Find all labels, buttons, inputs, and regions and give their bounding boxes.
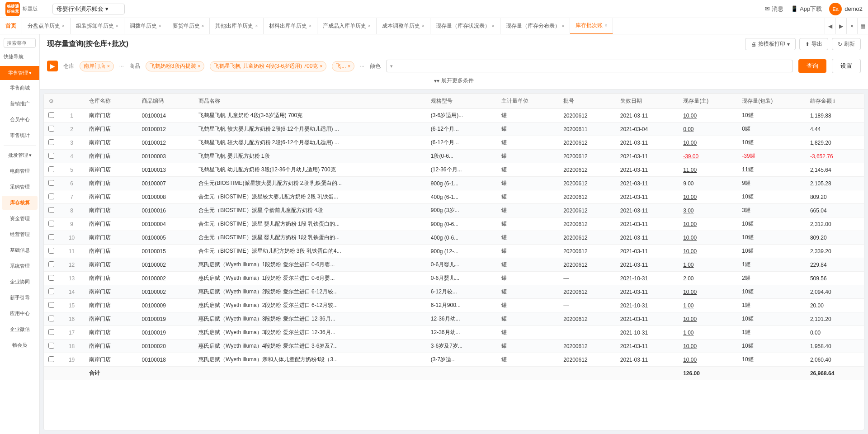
row-stock-main[interactable]: 10.00 [679,109,737,123]
sidebar-item-finance[interactable]: 资金管理 [2,212,38,226]
row-stock-main[interactable]: 1.00 [679,326,737,340]
row-stock-main[interactable]: 9.00 [679,177,737,190]
goods-filter-tag1[interactable]: 飞鹤奶粉3段丙提装 × [146,61,205,71]
row-checkbox-cell[interactable] [44,217,59,231]
sidebar-item-system[interactable]: 系统管理 [2,259,38,273]
row-checkbox[interactable] [48,166,54,172]
nav-prev-button[interactable]: ◀ [825,18,835,34]
row-checkbox[interactable] [48,180,54,186]
remove-goods-tag2-icon[interactable]: × [320,64,322,69]
close-icon[interactable]: × [604,23,607,28]
row-checkbox[interactable] [48,288,54,294]
row-stock-main[interactable]: 11.00 [679,163,737,177]
row-checkbox[interactable] [48,234,54,240]
row-checkbox-cell[interactable] [44,190,59,204]
query-button[interactable]: 查询 [798,59,826,73]
goods-filter-tag3[interactable]: 飞... × [332,61,354,71]
row-checkbox-cell[interactable] [44,353,59,367]
remove-goods-tag3-icon[interactable]: × [348,64,350,69]
row-stock-main[interactable]: -39.00 [679,150,737,163]
message-button[interactable]: ✉ 消息 [765,5,783,13]
tab-fenpandian[interactable]: 分盘点单历史 × [22,18,71,34]
tab-qitachuku[interactable]: 其他出库单历史 × [210,18,264,34]
remove-warehouse-tag-icon[interactable]: × [107,64,110,69]
sidebar-item-apps[interactable]: 应用中心 [2,307,38,321]
sidebar-item-retailshop[interactable]: 零售商城 [2,81,38,95]
sidebar-item-marketing[interactable]: 营销推广 [2,97,38,111]
row-stock-main[interactable]: 2.00 [679,272,737,285]
row-stock-main[interactable]: 10.00 [679,136,737,150]
row-checkbox[interactable] [48,316,54,321]
row-stock-main[interactable]: 10.00 [679,312,737,326]
sidebar-item-inventory[interactable]: 库存核算 [2,196,38,210]
row-checkbox-cell[interactable] [44,123,59,136]
close-icon[interactable]: × [422,24,425,28]
nav-menu-button[interactable]: ▦ [857,18,868,34]
sidebar-item-retail[interactable]: 零售管理 ▾ [0,66,39,80]
row-checkbox-cell[interactable] [44,109,59,123]
row-stock-main[interactable]: 0.00 [679,123,737,136]
row-stock-main[interactable]: 1.00 [679,258,737,272]
goods-more-icon[interactable]: ··· [360,63,364,69]
row-checkbox-cell[interactable] [44,177,59,190]
row-stock-main[interactable]: 10.00 [679,190,737,204]
color-filter-input[interactable]: ▾ [386,60,793,72]
expand-more-button[interactable]: ▾▾ 展开更多条件 [434,77,474,85]
close-icon[interactable]: × [159,24,161,28]
row-checkbox-cell[interactable] [44,245,59,258]
row-stock-main[interactable]: 10.00 [679,353,737,367]
app-download-button[interactable]: 📱 App下载 [791,5,822,13]
search-input[interactable] [4,38,36,48]
row-checkbox[interactable] [48,207,54,213]
row-stock-main[interactable]: 10.00 [679,340,737,353]
sidebar-item-wholesale[interactable]: 批发管理 ▾ [2,148,38,162]
nav-next-button[interactable]: ▶ [835,18,846,34]
tab-chanchengpin[interactable]: 产成品入库单历史 × [317,18,377,34]
row-stock-main[interactable]: 10.00 [679,217,737,231]
close-icon[interactable]: × [62,24,65,28]
settings-col-header[interactable]: ⚙ [44,94,59,109]
row-checkbox[interactable] [48,153,54,159]
sidebar-item-enterprise[interactable]: 企业协同 [2,275,38,289]
tab-diaobodian[interactable]: 调拨单历史 × [124,18,167,34]
row-checkbox-cell[interactable] [44,204,59,217]
close-icon[interactable]: × [202,24,204,28]
close-icon[interactable]: × [255,24,258,28]
sidebar-item-purchase[interactable]: 采购管理 [2,180,38,194]
user-area[interactable]: Ea demo2 [829,3,863,15]
sidebar-item-guide[interactable]: 新手引导 [2,291,38,305]
row-checkbox[interactable] [48,248,54,254]
row-stock-main[interactable]: 10.00 [679,245,737,258]
row-checkbox[interactable] [48,139,54,145]
sidebar-item-member[interactable]: 会员中心 [2,113,38,127]
row-checkbox[interactable] [48,356,54,362]
row-checkbox-cell[interactable] [44,163,59,177]
warehouse-filter-tag[interactable]: 南岸门店 × [80,61,114,71]
row-checkbox-cell[interactable] [44,312,59,326]
row-checkbox[interactable] [48,126,54,132]
row-checkbox-cell[interactable] [44,231,59,245]
sidebar-item-ecom[interactable]: 电商管理 [2,164,38,178]
close-icon[interactable]: × [368,24,371,28]
row-checkbox-cell[interactable] [44,136,59,150]
print-button[interactable]: 🖨 按模板打印 ▾ [745,38,796,50]
settings-button[interactable]: 设置 [832,59,861,73]
tab-xiancunliang2[interactable]: 现存量（库存分布表） × [500,18,571,34]
row-checkbox-cell[interactable] [44,272,59,285]
row-checkbox[interactable] [48,112,54,118]
row-checkbox[interactable] [48,275,54,281]
row-checkbox[interactable] [48,193,54,199]
account-selector[interactable]: 母婴行业演示账套 ▾ [52,4,125,14]
tab-chengbentiaozhen[interactable]: 成本调整单历史 × [377,18,430,34]
close-icon[interactable]: × [309,24,311,28]
tab-home[interactable]: 首页 [0,18,22,34]
balance-info-icon[interactable]: ℹ [833,98,835,104]
row-stock-main[interactable]: 3.00 [679,204,737,217]
close-icon[interactable]: × [562,24,565,28]
tab-kucunpici[interactable]: 库存批次账 × [570,18,613,34]
sidebar-item-operations[interactable]: 经营管理 [2,227,38,241]
goods-filter-tag2[interactable]: 飞鹤星飞帆 儿童奶粉 4段(3-6岁适用) 700克 × [210,61,326,71]
row-stock-main[interactable]: 1.00 [679,299,737,312]
sidebar-item-wechat[interactable]: 企业微信 [2,322,38,336]
row-checkbox-cell[interactable] [44,299,59,312]
